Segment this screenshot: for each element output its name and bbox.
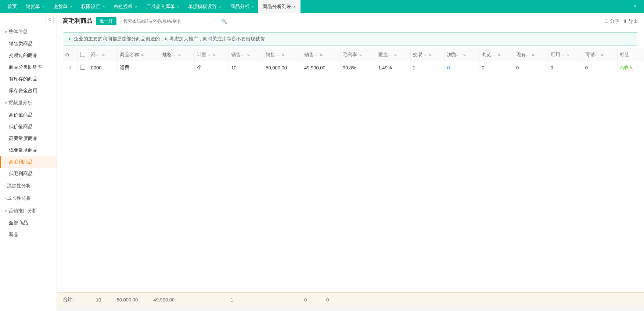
row-gross-rate: 99.8% bbox=[340, 61, 376, 74]
sort-icon[interactable]: ⇅ bbox=[281, 53, 284, 57]
th-trade[interactable]: 交易... ⇅ bbox=[410, 48, 445, 61]
table-container[interactable]: ⚙ 商... ⇅ 商品名称 ⇅ bbox=[57, 48, 644, 292]
nav-product-analysis-list[interactable]: 商品分析列表 × bbox=[258, 0, 300, 13]
th-browse1[interactable]: 浏览... ⇅ bbox=[445, 48, 479, 61]
th-browse2[interactable]: 浏览... ⇅ bbox=[479, 48, 514, 61]
header-actions: ⬡ 分享 ⬆ 导出 bbox=[604, 18, 638, 25]
close-icon[interactable]: × bbox=[294, 4, 296, 9]
nav-role-auth[interactable]: 角色授权 × bbox=[109, 0, 141, 13]
sidebar-collapse-button[interactable]: « bbox=[46, 15, 54, 23]
th-coverage[interactable]: 覆盖... ⇅ bbox=[376, 48, 410, 61]
sort-icon[interactable]: ⇅ bbox=[178, 53, 181, 57]
sidebar-item-high-margin[interactable]: 高毛利商品 bbox=[0, 156, 57, 168]
row-tag: 高收入 bbox=[617, 61, 644, 74]
th-sale-qty[interactable]: 销售... ⇅ bbox=[229, 48, 263, 61]
sidebar-item-traded-goods[interactable]: 交易过的商品 bbox=[0, 50, 57, 61]
total-sale-net: 49,900.00 bbox=[140, 297, 177, 303]
nav-product-inbound[interactable]: 产成品入库单 × bbox=[142, 0, 184, 13]
sort-icon[interactable]: ⇅ bbox=[428, 53, 431, 57]
total-available: 0 bbox=[309, 297, 331, 303]
th-gear[interactable]: ⚙ bbox=[63, 48, 78, 61]
sort-icon[interactable]: ⇅ bbox=[601, 53, 604, 57]
th-saleable[interactable]: 可销... ⇅ bbox=[583, 48, 617, 61]
sidebar-item-all-goods[interactable]: 全部商品 bbox=[0, 217, 57, 229]
sort-icon[interactable]: ⇅ bbox=[566, 53, 569, 57]
row-name: 运费 bbox=[117, 61, 160, 74]
sort-icon[interactable]: ⇅ bbox=[212, 53, 215, 57]
sidebar-item-low-demand[interactable]: 低要量度商品 bbox=[0, 144, 57, 156]
share-button[interactable]: ⬡ 分享 bbox=[604, 18, 619, 25]
sort-icon[interactable]: ⇅ bbox=[359, 53, 362, 57]
sidebar-item-new-goods[interactable]: 新品 bbox=[0, 229, 57, 241]
nav-home[interactable]: 首页 bbox=[3, 0, 21, 13]
sort-icon[interactable]: ⇅ bbox=[247, 53, 250, 57]
close-icon[interactable]: × bbox=[42, 4, 44, 9]
sidebar-group-contribution[interactable]: ∨ 贡献量分析 bbox=[0, 97, 57, 109]
page-title: 高毛利商品 bbox=[63, 17, 92, 25]
table-header-row: ⚙ 商... ⇅ 商品名称 ⇅ bbox=[63, 48, 644, 61]
window-close-button[interactable]: × bbox=[629, 3, 641, 10]
table-row: 1 0000... 运费 个 10 50,000.00 49,900.00 99… bbox=[63, 61, 644, 74]
select-all-checkbox[interactable] bbox=[80, 52, 85, 57]
sidebar-item-stock-capital[interactable]: 库存资金占用 bbox=[0, 85, 57, 97]
gear-icon[interactable]: ⚙ bbox=[65, 52, 69, 58]
sidebar-item-sales-goods[interactable]: 销售类商品 bbox=[0, 38, 57, 50]
row-checkbox[interactable] bbox=[80, 65, 85, 70]
sidebar-item-low-value[interactable]: 低价值商品 bbox=[0, 121, 57, 133]
row-browse2: 0 bbox=[479, 61, 514, 74]
close-icon[interactable]: × bbox=[177, 4, 179, 9]
sidebar-group-marketing[interactable]: ∨ 营销推广分析 bbox=[0, 205, 57, 217]
sidebar-group-overall[interactable]: ∨ 整体信息 bbox=[0, 25, 57, 38]
row-code: 0000... bbox=[89, 61, 117, 74]
th-stock[interactable]: 现有... ⇅ bbox=[514, 48, 548, 61]
share-icon: ⬡ bbox=[604, 18, 608, 24]
top-nav: 首页 销货单 × 进货单 × 权限设置 × 角色授权 × 产成品入库单 × 单据… bbox=[0, 0, 644, 13]
export-button[interactable]: ⬆ 导出 bbox=[623, 18, 638, 25]
horizontal-scrollbar[interactable] bbox=[57, 307, 644, 311]
th-sale-net[interactable]: 销售... ⇅ bbox=[302, 48, 340, 61]
search-input[interactable] bbox=[123, 19, 221, 24]
content-area: 高毛利商品 近一月 🔍 ⬡ 分享 ⬆ 导出 ✦ 企业的主要的利润都是这部分商品创… bbox=[57, 13, 644, 311]
main-layout: « ∨ 整体信息 销售类商品 交易过的商品 商品分类助销率 有库存的商品 库存资… bbox=[0, 13, 644, 311]
sort-icon[interactable]: ⇅ bbox=[102, 53, 105, 57]
nav-product-analysis[interactable]: 商品分析 × bbox=[226, 0, 258, 13]
row-spec bbox=[160, 61, 194, 74]
th-checkbox bbox=[78, 48, 89, 61]
period-button[interactable]: 近一月 bbox=[96, 17, 116, 25]
sidebar-group-trend[interactable]: › 流趋性分析 bbox=[0, 180, 57, 192]
total-stock: 0 bbox=[287, 297, 309, 303]
th-name[interactable]: 商品名称 ⇅ bbox=[117, 48, 160, 61]
th-sale-amt[interactable]: 销售... ⇅ bbox=[263, 48, 302, 61]
th-available[interactable]: 可用... ⇅ bbox=[548, 48, 583, 61]
th-gross-rate[interactable]: 毛利率 ⇅ bbox=[340, 48, 376, 61]
nav-permission-settings[interactable]: 权限设置 × bbox=[77, 0, 109, 13]
sort-icon[interactable]: ⇅ bbox=[320, 53, 323, 57]
sort-icon[interactable]: ⇅ bbox=[497, 53, 500, 57]
row-browse1[interactable]: 0 bbox=[445, 61, 479, 74]
th-unit[interactable]: 计量... ⇅ bbox=[194, 48, 229, 61]
nav-purchase-order[interactable]: 进货单 × bbox=[49, 0, 76, 13]
sort-icon[interactable]: ⇅ bbox=[463, 53, 466, 57]
sidebar-group-growth[interactable]: › 成长性分析 bbox=[0, 192, 57, 205]
nav-template-settings[interactable]: 单据模板设置 × bbox=[184, 0, 226, 13]
sidebar-item-stocked-goods[interactable]: 有库存的商品 bbox=[0, 73, 57, 85]
search-icon[interactable]: 🔍 bbox=[221, 18, 227, 24]
close-icon[interactable]: × bbox=[70, 4, 72, 9]
close-icon[interactable]: × bbox=[102, 4, 105, 9]
close-icon[interactable]: × bbox=[135, 4, 137, 9]
sort-icon[interactable]: ⇅ bbox=[532, 53, 535, 57]
close-icon[interactable]: × bbox=[252, 4, 254, 9]
sidebar-item-high-value[interactable]: 高价值商品 bbox=[0, 109, 57, 121]
sidebar-item-category-assist[interactable]: 商品分类助销率 bbox=[0, 61, 57, 73]
row-trade: 1 bbox=[410, 61, 445, 74]
th-spec[interactable]: 规格... ⇅ bbox=[160, 48, 194, 61]
sort-icon[interactable]: ⇅ bbox=[141, 53, 144, 57]
row-checkbox-cell bbox=[78, 61, 89, 74]
th-code[interactable]: 商... ⇅ bbox=[89, 48, 117, 61]
sidebar-item-low-margin[interactable]: 低毛利商品 bbox=[0, 168, 57, 180]
sidebar: « ∨ 整体信息 销售类商品 交易过的商品 商品分类助销率 有库存的商品 库存资… bbox=[0, 13, 57, 311]
sidebar-item-high-demand[interactable]: 高要量度商品 bbox=[0, 133, 57, 144]
nav-sales-order[interactable]: 销货单 × bbox=[21, 0, 49, 13]
close-icon[interactable]: × bbox=[219, 4, 221, 9]
sort-icon[interactable]: ⇅ bbox=[394, 53, 397, 57]
